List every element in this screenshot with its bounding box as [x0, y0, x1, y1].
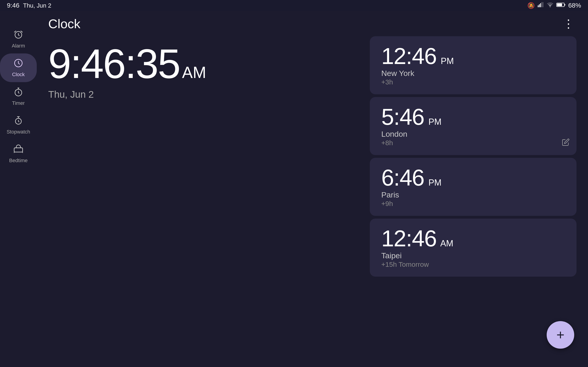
page-title: Clock [48, 16, 80, 31]
taipei-offset: +15h Tomorrow [381, 261, 565, 268]
alarm-label: Alarm [12, 43, 25, 49]
new-york-time-value: 12:46 [381, 43, 436, 69]
svg-rect-1 [539, 4, 540, 7]
taipei-time: 12:46 AM [381, 227, 565, 250]
paris-city: Paris [381, 190, 565, 199]
app-container: Alarm Clock Timer [0, 11, 588, 367]
svg-rect-7 [564, 4, 565, 6]
sidebar-item-stopwatch[interactable]: Stopwatch [0, 111, 37, 140]
new-york-ampm: PM [438, 56, 454, 66]
bedtime-icon [13, 144, 23, 156]
taipei-time-value: 12:46 [381, 225, 436, 251]
more-options-button[interactable]: ⋮ [561, 16, 577, 32]
header: Clock ⋮ [37, 11, 588, 34]
svg-rect-8 [557, 3, 562, 6]
paris-time-value: 6:46 [381, 165, 424, 190]
alarm-icon [13, 29, 23, 41]
new-york-time: 12:46 PM [381, 44, 565, 67]
svg-point-5 [550, 6, 551, 7]
timer-label: Timer [12, 100, 25, 106]
stopwatch-icon [13, 115, 23, 127]
london-city: London [381, 130, 565, 139]
new-york-offset: +3h [381, 78, 565, 86]
paris-offset: +9h [381, 200, 565, 208]
world-clock-paris: 6:46 PM Paris +9h [370, 158, 577, 216]
world-clock-new-york: 12:46 PM New York +3h [370, 36, 577, 94]
status-date: Thu, Jun 2 [23, 2, 52, 9]
world-clock-london: 5:46 PM London +8h [370, 97, 577, 155]
edit-icon[interactable] [562, 138, 570, 148]
content-area: 9:46:35AM Thu, Jun 2 12:46 PM New York +… [37, 34, 588, 367]
london-time-value: 5:46 [381, 104, 424, 130]
status-right: 🔕 68% [527, 2, 581, 10]
sidebar: Alarm Clock Timer [0, 11, 37, 367]
svg-rect-0 [538, 5, 539, 7]
clock-icon [13, 58, 23, 70]
taipei-ampm: AM [438, 239, 453, 248]
london-ampm: PM [426, 117, 442, 127]
add-world-clock-button[interactable]: + [547, 321, 574, 349]
svg-rect-2 [540, 3, 541, 7]
london-time: 5:46 PM [381, 105, 565, 128]
london-offset: +8h [381, 139, 565, 147]
status-left: 9:46 Thu, Jun 2 [7, 2, 51, 9]
bedtime-label: Bedtime [9, 158, 28, 164]
stopwatch-label: Stopwatch [7, 129, 30, 135]
sidebar-item-clock[interactable]: Clock [0, 53, 37, 82]
paris-ampm: PM [426, 178, 442, 187]
battery-percent: 68% [568, 2, 581, 9]
paris-time: 6:46 PM [381, 166, 565, 189]
sidebar-item-bedtime[interactable]: Bedtime [0, 140, 37, 168]
add-icon: + [556, 328, 564, 342]
signal-icon [537, 2, 544, 10]
new-york-city: New York [381, 69, 565, 78]
sidebar-item-timer[interactable]: Timer [0, 82, 37, 111]
timer-icon [13, 87, 23, 98]
mute-icon: 🔕 [527, 2, 535, 9]
local-date: Thu, Jun 2 [48, 89, 361, 100]
local-clock-section: 9:46:35AM Thu, Jun 2 [48, 34, 361, 360]
world-clock-taipei: 12:46 AM Taipei +15h Tomorrow [370, 219, 577, 277]
world-clocks-section: 12:46 PM New York +3h 5:46 PM London +8h [370, 34, 577, 360]
wifi-icon [547, 2, 553, 10]
taipei-city: Taipei [381, 251, 565, 260]
svg-rect-3 [541, 2, 542, 7]
svg-rect-4 [543, 2, 544, 7]
status-bar: 9:46 Thu, Jun 2 🔕 68% [0, 0, 588, 11]
local-time-value: 9:46:35 [48, 41, 180, 87]
local-time: 9:46:35AM [48, 43, 361, 84]
status-time: 9:46 [7, 2, 19, 9]
local-ampm: AM [182, 64, 206, 81]
svg-rect-13 [14, 148, 23, 152]
battery-icon [556, 2, 565, 9]
main-content: Clock ⋮ 9:46:35AM Thu, Jun 2 12:46 PM Ne… [37, 11, 588, 367]
sidebar-item-alarm[interactable]: Alarm [0, 25, 37, 53]
clock-label: Clock [12, 72, 25, 77]
